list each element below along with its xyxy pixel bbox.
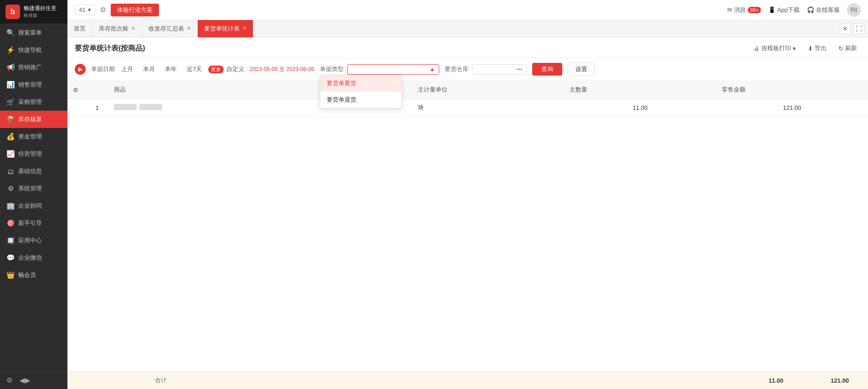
sidebar-item-purchase[interactable]: 🛒 采购管理 [0,93,67,111]
tab-inventory-batch[interactable]: 库存批次账 ✕ [92,20,142,37]
refresh-icon: ↻ [838,45,843,52]
row-settings-cell [67,99,86,117]
print-template-btn[interactable]: 🖨 按模板打印 ▾ [750,43,800,54]
basic-info-icon: 🗂 [6,168,15,175]
export-icon: ⬇ [808,45,813,52]
store-selector[interactable]: 41 ▾ [75,5,95,15]
product-bar-2 [139,104,162,110]
tab-close-order-summary[interactable]: ✕ [242,26,247,31]
search-icon: 🔍 [6,29,15,37]
system-icon: ⚙ [6,184,15,193]
sidebar-item-members[interactable]: 👑 畅会员 [0,266,67,284]
warehouse-input[interactable] [476,66,514,73]
sidebar-nav: 🔍 搜索菜单 ⚡ 快捷导航 📢 营销推广 📊 销售管理 🛒 采购管理 📦 库存核… [0,24,67,371]
online-service-action[interactable]: 🎧 在线客服 [807,6,840,14]
tab-expand-btn[interactable]: ⛶ [853,23,864,34]
row-unit-cell: 块 [412,99,564,117]
app-download-action[interactable]: 📱 App下载 [768,6,800,14]
sidebar-item-basic-info[interactable]: 🗂 基础信息 [0,163,67,180]
filter-expand-btn[interactable]: ▶ [75,64,86,75]
tab-close-inventory-batch[interactable]: ✕ [131,26,135,31]
message-action[interactable]: ✉ 消息 99+ [727,6,761,14]
date-7days-btn[interactable]: 近7天 [183,64,205,75]
sidebar-logo: b 畅捷通好生意 标准版 [0,0,67,24]
type-filter-input-wrapper[interactable]: ▲ [347,64,439,75]
store-number: 41 [79,6,85,13]
sidebar-item-enterprise[interactable]: 🏢 企业协同 [0,197,67,215]
col-settings-header[interactable]: ⚙ [67,81,86,99]
collapse-icon[interactable]: ◀▶ [20,376,31,384]
header-left: 41 ▾ ⚙ 体验行业方案 [75,4,159,16]
sidebar-item-wechat[interactable]: 💬 企业微信 [0,249,67,266]
sidebar-bottom: ⚙ ◀▶ [0,371,67,389]
query-button[interactable]: 查询 [532,63,562,76]
tab-close-collect-summary[interactable]: ✕ [187,26,191,31]
phone-icon: 📱 [768,6,776,13]
warehouse-more-icon[interactable]: ••• [516,66,523,73]
trial-button[interactable]: 体验行业方案 [111,4,159,16]
col-index-header [86,81,108,99]
column-settings-icon[interactable]: ⚙ [73,87,78,93]
data-table: ⚙ 商品 主计量单位 主数量 零售金额 1 [67,81,868,117]
sidebar-item-inventory[interactable]: 📦 库存核算 [0,111,67,128]
user-avatar[interactable]: Rit [847,3,861,17]
header-settings-icon[interactable]: ⚙ [100,5,106,14]
tab-collect-summary[interactable]: 收发存汇总表 ✕ [142,20,198,37]
sidebar-item-quick-nav[interactable]: ⚡ 快捷导航 [0,41,67,59]
sales-icon: 📊 [6,81,15,89]
date-last-month-btn[interactable]: 上月 [118,64,137,75]
footer-amount: 121.00 [817,377,863,384]
product-bar-1 [114,104,137,110]
dropdown-item-order-return[interactable]: 要货单退货 [320,92,401,108]
top-header: 41 ▾ ⚙ 体验行业方案 ✉ 消息 99+ 📱 App下载 🎧 在线客服 Ri… [67,0,868,20]
tab-order-summary[interactable]: 要货单统计表 ✕ [198,20,253,37]
members-icon: 👑 [6,271,15,279]
table-footer-container: 合计 11.00 121.00 [67,371,868,389]
row-qty-cell: 11.00 [564,99,716,117]
col-qty-header: 主数量 [564,81,716,99]
logo-text: 畅捷通好生意 标准版 [24,5,56,19]
sidebar-item-operations[interactable]: 📈 经营管理 [0,145,67,163]
sidebar-item-search[interactable]: 🔍 搜索菜单 [0,24,67,41]
settings-bottom-icon[interactable]: ⚙ [6,376,12,384]
page-actions: 🖨 按模板打印 ▾ ⬇ 导出 ↻ 刷新 [750,43,861,54]
date-custom-btn[interactable]: 自定义 [226,65,244,73]
page-title: 要货单统计表(按商品) [75,44,145,53]
table-body: 1 块 11.00 [67,99,868,117]
operations-icon: 📈 [6,150,15,158]
message-badge: 99+ [748,7,761,13]
type-filter-input[interactable] [351,66,428,73]
sidebar-item-marketing[interactable]: 📢 营销推广 [0,59,67,76]
table-container: ⚙ 商品 主计量单位 主数量 零售金额 1 [67,81,868,117]
sidebar-item-app-center[interactable]: 🔲 应用中心 [0,232,67,249]
row-amount-cell: 121.00 [716,99,868,117]
sidebar-item-sales[interactable]: 📊 销售管理 [0,76,67,93]
table-row: 1 块 11.00 [67,99,868,117]
type-filter-label: 单据类型 [320,65,344,73]
date-more-badge[interactable]: 更多 [208,66,224,73]
date-this-year-btn[interactable]: 本年 [161,64,180,75]
sidebar-item-system[interactable]: ⚙ 系统管理 [0,180,67,197]
tab-close-all-btn[interactable]: ✕ [840,23,851,34]
printer-icon: 🖨 [754,45,760,52]
table-header: ⚙ 商品 主计量单位 主数量 零售金额 [67,81,868,99]
tab-bar-actions: ✕ ⛶ [836,20,868,37]
settings-button[interactable]: 设置 [568,62,595,76]
warehouse-input-wrapper[interactable]: ••• [472,64,527,75]
sidebar-item-finance[interactable]: 💰 资金管理 [0,128,67,145]
header-right: ✉ 消息 99+ 📱 App下载 🎧 在线客服 Rit [727,3,861,17]
date-this-month-btn[interactable]: 本月 [139,64,159,75]
footer-label: 合计 [155,376,167,384]
message-icon: ✉ [727,6,732,13]
tab-home[interactable]: 首页 [67,20,92,37]
export-btn[interactable]: ⬇ 导出 [804,43,830,54]
type-dropdown: 要货单要货 要货单退货 [320,75,402,108]
row-index-cell: 1 [86,99,108,117]
refresh-btn[interactable]: ↻ 刷新 [835,43,861,54]
enterprise-icon: 🏢 [6,202,15,210]
sidebar-item-guide[interactable]: 🎯 新手引导 [0,215,67,232]
store-dropdown-icon: ▾ [88,6,91,13]
type-filter-chevron-up-icon[interactable]: ▲ [430,66,435,72]
dropdown-item-order-goods[interactable]: 要货单要货 [320,75,401,92]
date-range-display: 2023-05-06 至 2023-06-06 [250,66,314,73]
